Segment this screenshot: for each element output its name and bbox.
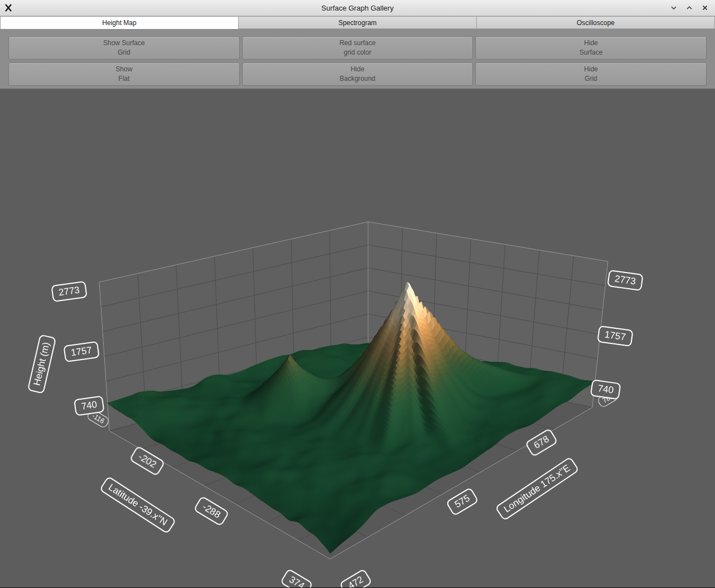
chevron-down-icon (670, 4, 678, 12)
toggle-surface-grid-button[interactable]: Show Surface Grid (8, 36, 240, 60)
toggle-surface-button[interactable]: Hide Surface (475, 36, 707, 60)
close-icon (701, 4, 709, 12)
toggle-background-button[interactable]: Hide Background (242, 62, 474, 86)
maximize-button[interactable] (683, 2, 696, 14)
tab-bar: Height Map Spectrogram Oscilloscope (0, 16, 715, 29)
surface-grid-color-button[interactable]: Red surface grid color (242, 36, 474, 60)
surface-chart: 2773 1757 740 Height (m) 2773 1757 740 -… (0, 89, 715, 587)
tab-spectrogram[interactable]: Spectrogram (239, 16, 477, 29)
titlebar[interactable]: Surface Graph Gallery (0, 0, 715, 16)
close-button[interactable] (698, 2, 712, 14)
tab-oscilloscope[interactable]: Oscilloscope (477, 16, 715, 29)
chevron-up-icon (685, 4, 693, 12)
toggle-grid-button[interactable]: Hide Grid (475, 62, 707, 86)
toolbar: Show Surface Grid Red surface grid color… (0, 29, 715, 89)
toolbar-row-2: Show Flat Hide Background Hide Grid (8, 62, 707, 86)
window-controls (667, 0, 712, 16)
window-title: Surface Graph Gallery (0, 4, 715, 12)
shade-button[interactable] (667, 2, 680, 14)
app-window: Surface Graph Gallery Height Map Spectro… (0, 0, 715, 588)
tab-height-map[interactable]: Height Map (0, 16, 239, 29)
toolbar-row-1: Show Surface Grid Red surface grid color… (8, 36, 707, 60)
toggle-flat-shading-button[interactable]: Show Flat (8, 62, 240, 86)
